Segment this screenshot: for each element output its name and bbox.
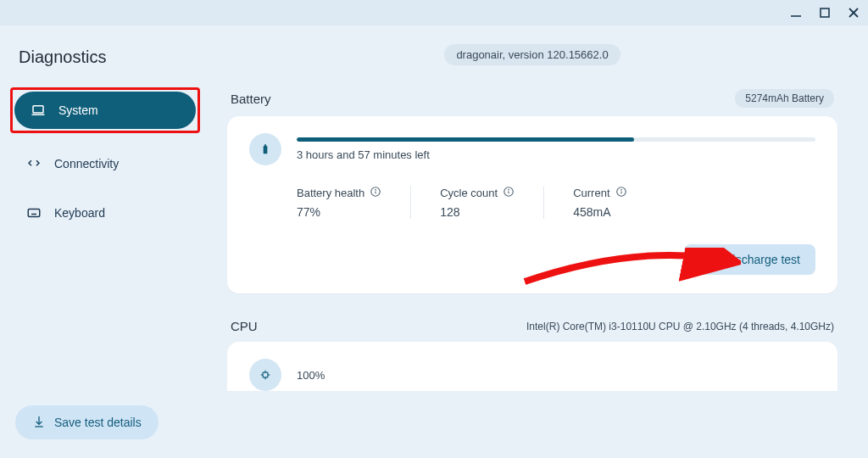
info-icon[interactable] [370, 186, 381, 200]
svg-rect-13 [264, 144, 266, 146]
annotation-highlight: System [10, 87, 200, 133]
stat-label: Battery health [297, 187, 364, 199]
battery-section-header: Battery 5274mAh Battery [227, 89, 837, 108]
battery-progress-bar [297, 137, 815, 142]
arrows-icon [25, 155, 42, 172]
cpu-card: 100% [227, 342, 837, 391]
info-icon[interactable] [503, 186, 515, 200]
close-button[interactable] [846, 5, 861, 20]
battery-icon [249, 133, 281, 165]
stat-value: 128 [440, 205, 515, 219]
run-discharge-test-button[interactable]: Run Discharge test [684, 244, 815, 275]
sidebar: Diagnostics System Connectivity [0, 25, 210, 458]
keyboard-icon [25, 204, 42, 221]
page-title: Diagnostics [19, 47, 200, 67]
svg-rect-4 [33, 106, 43, 113]
main-content: dragonair, version 120.15662.0 Battery 5… [210, 25, 868, 458]
cpu-percent-label: 100% [297, 369, 325, 382]
battery-stats: Battery health 77% Cycle count 128 Curre… [297, 186, 815, 219]
svg-rect-12 [264, 146, 268, 154]
sidebar-item-label: Keyboard [54, 206, 105, 220]
cpu-description: Intel(R) Core(TM) i3-10110U CPU @ 2.10GH… [258, 321, 834, 332]
battery-card: 3 hours and 57 minutes left Battery heal… [227, 116, 837, 293]
battery-time-left: 3 hours and 57 minutes left [297, 148, 815, 161]
section-title: CPU [231, 319, 258, 333]
download-icon [32, 415, 46, 431]
sidebar-item-keyboard[interactable]: Keyboard [10, 194, 200, 232]
stat-label: Cycle count [440, 187, 498, 199]
cpu-section-header: CPU Intel(R) Core(TM) i3-10110U CPU @ 2.… [227, 319, 837, 333]
sidebar-item-system[interactable]: System [14, 92, 196, 129]
stat-value: 77% [297, 205, 381, 219]
save-test-details-button[interactable]: Save test details [15, 405, 159, 439]
sidebar-item-connectivity[interactable]: Connectivity [10, 145, 200, 182]
save-button-label: Save test details [54, 416, 142, 429]
info-icon[interactable] [615, 186, 627, 200]
svg-rect-6 [28, 209, 40, 217]
svg-point-22 [620, 189, 621, 190]
laptop-icon [30, 102, 47, 119]
stat-value: 458mA [573, 205, 626, 219]
svg-point-19 [509, 189, 509, 190]
version-pill: dragonair, version 120.15662.0 [444, 44, 620, 65]
stat-label: Current [573, 187, 609, 199]
cpu-icon [249, 359, 281, 391]
svg-point-16 [376, 189, 376, 190]
sidebar-item-label: Connectivity [54, 157, 119, 170]
sidebar-item-label: System [58, 103, 98, 117]
sidebar-nav: System Connectivity Keyboard [10, 87, 200, 232]
maximize-button[interactable] [817, 5, 832, 20]
window-titlebar [0, 0, 868, 25]
section-title: Battery [231, 92, 271, 106]
svg-rect-1 [821, 8, 829, 17]
minimize-button[interactable] [788, 5, 804, 20]
svg-rect-23 [263, 372, 268, 377]
battery-capacity-pill: 5274mAh Battery [735, 89, 834, 108]
